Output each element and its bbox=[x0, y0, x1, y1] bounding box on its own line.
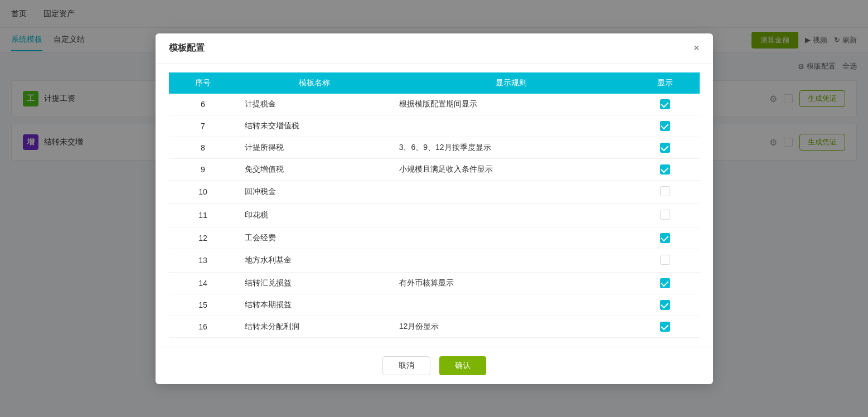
row-checkbox-4[interactable] bbox=[660, 186, 670, 196]
row-name: 计提税金 bbox=[237, 94, 391, 115]
row-rule bbox=[391, 249, 631, 272]
row-rule: 根据模版配置期间显示 bbox=[391, 94, 631, 115]
row-checkbox-cell bbox=[631, 115, 700, 137]
row-id: 14 bbox=[169, 272, 237, 294]
row-name: 结转汇兑损益 bbox=[237, 272, 391, 294]
row-id: 13 bbox=[169, 249, 237, 272]
row-checkbox-cell bbox=[631, 227, 700, 249]
modal-close-button[interactable]: × bbox=[694, 42, 700, 54]
row-checkbox-cell bbox=[631, 249, 700, 272]
row-id: 6 bbox=[169, 94, 237, 115]
row-name: 计提所得税 bbox=[237, 137, 391, 158]
table-row: 8计提所得税3、6、9、12月按季度显示 bbox=[169, 137, 700, 158]
row-id: 8 bbox=[169, 137, 237, 158]
row-name: 回冲税金 bbox=[237, 180, 391, 203]
table-body: 6计提税金根据模版配置期间显示7结转未交增值税8计提所得税3、6、9、12月按季… bbox=[169, 94, 700, 338]
row-checkbox-cell bbox=[631, 203, 700, 227]
table-row: 11印花税 bbox=[169, 203, 700, 227]
row-checkbox-cell bbox=[631, 294, 700, 316]
row-checkbox-3[interactable] bbox=[660, 164, 670, 174]
row-rule: 3、6、9、12月按季度显示 bbox=[391, 137, 631, 158]
row-rule bbox=[391, 180, 631, 203]
col-name: 模板名称 bbox=[237, 72, 391, 94]
row-name: 结转本期损益 bbox=[237, 294, 391, 316]
table-scroll-area[interactable]: 序号 模板名称 显示规则 显示 6计提税金根据模版配置期间显示7结转未交增值税8… bbox=[169, 72, 700, 338]
row-checkbox-8[interactable] bbox=[660, 278, 670, 288]
row-checkbox-0[interactable] bbox=[660, 99, 670, 109]
row-rule bbox=[391, 227, 631, 249]
row-id: 7 bbox=[169, 115, 237, 137]
row-rule: 12月份显示 bbox=[391, 316, 631, 337]
table-header: 序号 模板名称 显示规则 显示 bbox=[169, 72, 700, 94]
modal-footer: 取消 确认 bbox=[156, 347, 713, 384]
row-id: 10 bbox=[169, 180, 237, 203]
row-id: 9 bbox=[169, 158, 237, 180]
table-row: 13地方水利基金 bbox=[169, 249, 700, 272]
modal-template-config: 模板配置 × 序号 模板名称 显示规则 显示 6 bbox=[156, 33, 713, 384]
modal-overlay: 模板配置 × 序号 模板名称 显示规则 显示 6 bbox=[0, 0, 868, 417]
row-checkbox-10[interactable] bbox=[660, 322, 670, 332]
table-row: 6计提税金根据模版配置期间显示 bbox=[169, 94, 700, 115]
row-rule bbox=[391, 294, 631, 316]
table-row: 10回冲税金 bbox=[169, 180, 700, 203]
modal-body: 序号 模板名称 显示规则 显示 6计提税金根据模版配置期间显示7结转未交增值税8… bbox=[156, 64, 713, 347]
table-row: 14结转汇兑损益有外币核算显示 bbox=[169, 272, 700, 294]
config-table: 序号 模板名称 显示规则 显示 6计提税金根据模版配置期间显示7结转未交增值税8… bbox=[169, 72, 700, 338]
cancel-button[interactable]: 取消 bbox=[382, 356, 430, 375]
col-display: 显示 bbox=[631, 72, 700, 94]
row-checkbox-cell bbox=[631, 158, 700, 180]
row-name: 结转未分配利润 bbox=[237, 316, 391, 337]
row-id: 11 bbox=[169, 203, 237, 227]
row-checkbox-7[interactable] bbox=[660, 255, 670, 265]
row-name: 工会经费 bbox=[237, 227, 391, 249]
row-checkbox-9[interactable] bbox=[660, 300, 670, 310]
col-rule: 显示规则 bbox=[391, 72, 631, 94]
modal-title: 模板配置 bbox=[169, 42, 205, 54]
row-id: 16 bbox=[169, 316, 237, 337]
col-id: 序号 bbox=[169, 72, 237, 94]
row-checkbox-6[interactable] bbox=[660, 233, 670, 243]
row-checkbox-cell bbox=[631, 94, 700, 115]
row-rule: 有外币核算显示 bbox=[391, 272, 631, 294]
table-row: 9免交增值税小规模且满足收入条件显示 bbox=[169, 158, 700, 180]
confirm-button[interactable]: 确认 bbox=[439, 356, 486, 375]
row-checkbox-cell bbox=[631, 316, 700, 337]
row-checkbox-5[interactable] bbox=[660, 210, 670, 220]
row-id: 12 bbox=[169, 227, 237, 249]
modal-header: 模板配置 × bbox=[156, 33, 713, 64]
row-checkbox-cell bbox=[631, 180, 700, 203]
table-row: 15结转本期损益 bbox=[169, 294, 700, 316]
row-name: 印花税 bbox=[237, 203, 391, 227]
row-checkbox-1[interactable] bbox=[660, 121, 670, 131]
row-checkbox-cell bbox=[631, 272, 700, 294]
table-row: 12工会经费 bbox=[169, 227, 700, 249]
row-name: 免交增值税 bbox=[237, 158, 391, 180]
row-checkbox-2[interactable] bbox=[660, 143, 670, 153]
row-name: 地方水利基金 bbox=[237, 249, 391, 272]
table-row: 16结转未分配利润12月份显示 bbox=[169, 316, 700, 337]
row-rule: 小规模且满足收入条件显示 bbox=[391, 158, 631, 180]
row-rule bbox=[391, 203, 631, 227]
row-rule bbox=[391, 115, 631, 137]
row-checkbox-cell bbox=[631, 137, 700, 158]
table-row: 7结转未交增值税 bbox=[169, 115, 700, 137]
row-name: 结转未交增值税 bbox=[237, 115, 391, 137]
row-id: 15 bbox=[169, 294, 237, 316]
